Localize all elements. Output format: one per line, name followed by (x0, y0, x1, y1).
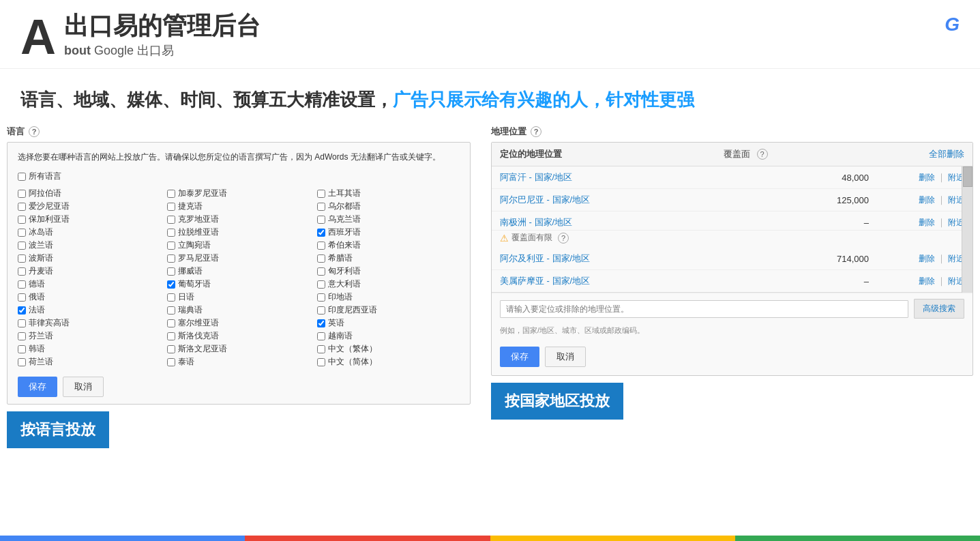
geo-help-icon[interactable]: ? (531, 126, 541, 137)
lang-catalan[interactable]: 加泰罗尼亚语 (167, 187, 310, 200)
delete-am-samoa[interactable]: 删除 (919, 276, 935, 286)
language-btn-row: 保存 取消 (18, 377, 460, 397)
delete-algeria[interactable]: 删除 (919, 254, 935, 263)
warning-text: 覆盖面有限 (511, 232, 552, 244)
lang-finnish[interactable]: 芬兰语 (18, 330, 160, 342)
geo-scrollbar[interactable] (962, 166, 972, 293)
lang-chinese-trad[interactable]: 中文（繁体） (317, 342, 460, 355)
geo-actions-afghanistan: 删除｜附近 (882, 171, 964, 184)
lang-chinese-simp[interactable]: 中文（简体） (317, 355, 460, 368)
lang-thai[interactable]: 泰语 (167, 355, 310, 368)
bottom-bar-blue (0, 536, 245, 541)
main-content: 语言 ? 选择您要在哪种语言的网站上投放广告。请确保以您所定位的语言撰写广告，因… (0, 126, 980, 462)
bottom-color-bar (0, 536, 980, 541)
all-lang-checkbox[interactable] (18, 173, 26, 181)
geo-label: 地理位置 (491, 126, 526, 138)
warning-help-icon[interactable]: ? (558, 233, 569, 244)
delete-all-link[interactable]: 全部删除 (929, 148, 964, 160)
language-blue-label: 按语言投放 (7, 411, 109, 448)
lang-german[interactable]: 德语 (18, 278, 160, 291)
lang-danish[interactable]: 丹麦语 (18, 265, 160, 278)
delete-afghanistan[interactable]: 删除 (919, 173, 935, 182)
lang-norwegian[interactable]: 挪威语 (167, 265, 310, 278)
lang-swedish[interactable]: 瑞典语 (167, 304, 310, 317)
lang-croatian[interactable]: 克罗地亚语 (167, 213, 310, 226)
lang-estonian[interactable]: 爱沙尼亚语 (18, 200, 160, 213)
advanced-search-button[interactable]: 高级搜索 (914, 299, 964, 319)
lang-romanian[interactable]: 罗马尼亚语 (167, 252, 310, 265)
bottom-bar-yellow (490, 536, 735, 541)
geo-cancel-button[interactable]: 取消 (545, 347, 586, 367)
geo-coverage-col-header: 覆盖面 ? (724, 148, 768, 160)
lang-dutch[interactable]: 荷兰语 (18, 355, 160, 368)
geo-rows-wrapper: 阿富汗 - 国家/地区 48,000 删除｜附近 阿尔巴尼亚 - 国家/地区 1… (492, 166, 972, 293)
language-panel-header: 语言 ? (7, 126, 471, 138)
language-save-button[interactable]: 保存 (18, 377, 57, 397)
lang-indonesian[interactable]: 印度尼西亚语 (317, 304, 460, 317)
logo-letter: A (20, 12, 56, 61)
lang-korean[interactable]: 韩语 (18, 342, 160, 355)
lang-czech[interactable]: 捷克语 (167, 200, 310, 213)
table-row: 阿尔及利亚 - 国家/地区 714,000 删除｜附近 (492, 248, 972, 270)
language-box: 选择您要在哪种语言的网站上投放广告。请确保以您所定位的语言撰写广告，因为 AdW… (7, 142, 471, 405)
lang-bulgarian[interactable]: 保加利亚语 (18, 213, 160, 226)
all-lang-checkbox-label[interactable]: 所有语言 (18, 170, 460, 183)
lang-russian[interactable]: 俄语 (18, 291, 160, 304)
lang-ukrainian[interactable]: 乌克兰语 (317, 213, 460, 226)
language-panel: 语言 ? 选择您要在哪种语言的网站上投放广告。请确保以您所定位的语言撰写广告，因… (7, 126, 471, 448)
lang-serbian[interactable]: 塞尔维亚语 (167, 317, 310, 330)
language-cancel-button[interactable]: 取消 (63, 377, 104, 397)
geo-name-am-samoa: 美属萨摩亚 - 国家/地区 (500, 275, 814, 287)
geo-row-antarctica: 南极洲 - 国家/地区 – 删除｜附近 (492, 211, 972, 231)
delete-albania[interactable]: 删除 (919, 195, 935, 205)
table-row: 美属萨摩亚 - 国家/地区 – 删除｜附近 (492, 270, 972, 292)
lang-hungarian[interactable]: 匈牙利语 (317, 265, 460, 278)
geo-input-row: 高级搜索 (492, 293, 972, 324)
lang-arabic[interactable]: 阿拉伯语 (18, 187, 160, 200)
geo-actions-am-samoa: 删除｜附近 (882, 275, 964, 287)
geo-actions-algeria: 删除｜附近 (882, 252, 964, 265)
lang-vietnamese[interactable]: 越南语 (317, 330, 460, 342)
geo-hint: 例如，国家/地区、城市、区域或邮政编码。 (492, 324, 972, 341)
lang-english[interactable]: 英语 (317, 317, 460, 330)
language-desc: 选择您要在哪种语言的网站上投放广告。请确保以您所定位的语言撰写广告，因为 AdW… (18, 151, 460, 163)
lang-portuguese[interactable]: 葡萄牙语 (167, 278, 310, 291)
lang-japanese[interactable]: 日语 (167, 291, 310, 304)
lang-polish[interactable]: 波兰语 (18, 239, 160, 252)
geo-actions-antarctica: 删除｜附近 (882, 216, 964, 229)
language-help-icon[interactable]: ? (29, 126, 40, 137)
lang-icelandic[interactable]: 冰岛语 (18, 226, 160, 239)
lang-spanish[interactable]: 西班牙语 (317, 226, 460, 239)
geo-coverage-am-samoa: – (814, 276, 882, 287)
geo-name-albania: 阿尔巴尼亚 - 国家/地区 (500, 194, 814, 206)
lang-persian[interactable]: 波斯语 (18, 252, 160, 265)
lang-hindi[interactable]: 印地语 (317, 291, 460, 304)
lang-latvian[interactable]: 拉脱维亚语 (167, 226, 310, 239)
geo-coverage-help-icon[interactable]: ? (757, 149, 768, 160)
lang-col-1: 阿拉伯语 爱沙尼亚语 保加利亚语 冰岛语 波兰语 波斯语 丹麦语 德语 俄语 法… (18, 187, 160, 368)
lang-hebrew[interactable]: 希伯来语 (317, 239, 460, 252)
lang-slovak[interactable]: 斯洛伐克语 (167, 330, 310, 342)
language-grid: 阿拉伯语 爱沙尼亚语 保加利亚语 冰岛语 波兰语 波斯语 丹麦语 德语 俄语 法… (18, 187, 460, 368)
lang-filipino[interactable]: 菲律宾高语 (18, 317, 160, 330)
table-row: 南极洲 - 国家/地区 – 删除｜附近 ⚠ 覆盖面有限 ? (492, 211, 972, 248)
lang-greek[interactable]: 希腊语 (317, 252, 460, 265)
lang-urdu[interactable]: 乌尔都语 (317, 200, 460, 213)
header-text: 出口易的管理后台 bout Google 出口易 (64, 12, 261, 59)
lang-french[interactable]: 法语 (18, 304, 160, 317)
delete-antarctica[interactable]: 删除 (919, 218, 935, 227)
lang-lithuanian[interactable]: 立陶宛语 (167, 239, 310, 252)
site-title: 出口易的管理后台 (64, 12, 261, 40)
lang-turkish[interactable]: 土耳其语 (317, 187, 460, 200)
tagline-black: 语言、地域、媒体、时间、预算五大精准设置， (20, 89, 393, 110)
warning-icon: ⚠ (500, 233, 509, 244)
geo-save-button[interactable]: 保存 (500, 347, 539, 367)
geo-name-afghanistan: 阿富汗 - 国家/地区 (500, 171, 814, 184)
geo-search-input[interactable] (500, 300, 908, 318)
geo-name-antarctica: 南极洲 - 国家/地区 (500, 216, 814, 229)
lang-italian[interactable]: 意大利语 (317, 278, 460, 291)
geo-name-algeria: 阿尔及利亚 - 国家/地区 (500, 252, 814, 265)
lang-slovenian[interactable]: 斯洛文尼亚语 (167, 342, 310, 355)
scrollbar-thumb[interactable] (963, 166, 972, 187)
geo-rows: 阿富汗 - 国家/地区 48,000 删除｜附近 阿尔巴尼亚 - 国家/地区 1… (492, 166, 972, 293)
